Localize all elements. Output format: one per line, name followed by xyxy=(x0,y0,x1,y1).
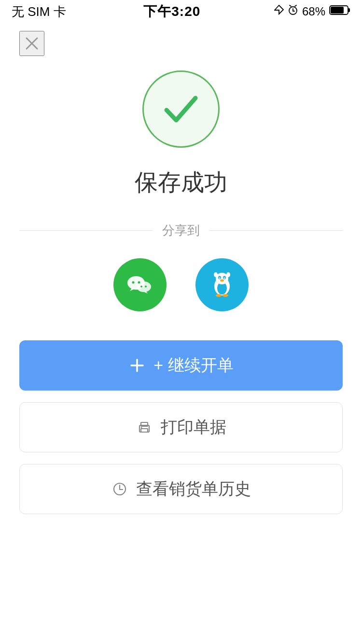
alarm-icon xyxy=(288,5,298,18)
status-bar: 无 SIM 卡 下午3:20 68% xyxy=(0,0,362,21)
svg-point-26 xyxy=(214,272,218,277)
svg-point-15 xyxy=(145,286,147,288)
svg-point-13 xyxy=(138,281,140,284)
main-content: 保存成功 分享到 xyxy=(0,21,362,644)
print-icon xyxy=(136,419,153,436)
divider-line-right xyxy=(209,230,343,231)
location-icon xyxy=(274,5,284,18)
continue-button[interactable]: + 继续开单 xyxy=(19,340,343,391)
qq-share-button[interactable] xyxy=(195,258,249,311)
success-title: 保存成功 xyxy=(135,167,227,198)
svg-point-29 xyxy=(223,294,228,297)
battery-icon xyxy=(329,5,350,18)
battery-text: 68% xyxy=(302,5,325,18)
svg-rect-34 xyxy=(141,429,148,432)
svg-point-27 xyxy=(226,272,230,277)
svg-point-35 xyxy=(141,427,142,429)
divider-line-left xyxy=(19,230,153,231)
carrier-text: 无 SIM 卡 xyxy=(12,3,66,20)
svg-rect-7 xyxy=(331,7,344,14)
status-right: 68% xyxy=(274,5,350,18)
svg-point-25 xyxy=(220,280,224,282)
close-button[interactable] xyxy=(19,31,44,56)
history-icon xyxy=(111,480,128,498)
svg-point-23 xyxy=(219,278,221,279)
svg-point-12 xyxy=(132,281,135,284)
svg-line-4 xyxy=(295,5,296,6)
svg-point-24 xyxy=(224,278,225,279)
status-left: 无 SIM 卡 xyxy=(12,3,70,20)
svg-point-14 xyxy=(140,286,142,288)
print-button[interactable]: 打印单据 xyxy=(19,402,343,452)
success-icon-circle xyxy=(142,70,220,148)
wechat-share-button[interactable] xyxy=(113,258,167,311)
status-time: 下午3:20 xyxy=(143,2,200,21)
plus-icon xyxy=(128,357,146,374)
history-button[interactable]: 查看销货单历史 xyxy=(19,464,343,514)
svg-point-28 xyxy=(216,294,222,297)
print-button-label: 打印单据 xyxy=(161,416,226,438)
svg-line-3 xyxy=(290,5,291,6)
history-button-label: 查看销货单历史 xyxy=(136,478,251,500)
svg-rect-6 xyxy=(348,8,350,12)
share-label: 分享到 xyxy=(162,222,200,239)
share-divider: 分享到 xyxy=(19,222,343,239)
share-icons-row xyxy=(113,258,249,311)
action-buttons: + 继续开单 打印单据 查看销货单历史 xyxy=(19,340,343,514)
continue-button-label: + 继续开单 xyxy=(153,354,233,377)
